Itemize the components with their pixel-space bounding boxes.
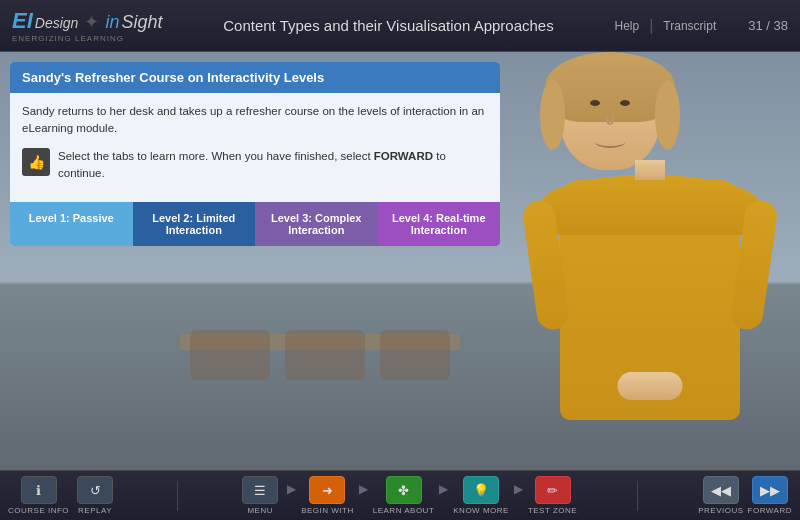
person-body bbox=[560, 180, 740, 420]
learn-about-label: LEARN ABOUT bbox=[373, 506, 435, 515]
previous-icon: ◀◀ bbox=[703, 476, 739, 504]
person-eye-right bbox=[620, 100, 630, 106]
replay-button[interactable]: ↺ REPLAY bbox=[73, 476, 117, 515]
logo-design: Design bbox=[35, 15, 79, 31]
test-zone-button[interactable]: ✏ TEST ZONE bbox=[528, 476, 577, 515]
arrow-sep-2: ▶ bbox=[359, 482, 368, 510]
nav-group-center: ☰ MENU ▶ ➜ BEGIN WITH ▶ ✤ LEARN ABOUT ▶ … bbox=[238, 476, 577, 515]
transcript-link[interactable]: Transcript bbox=[663, 19, 716, 33]
arm-right bbox=[729, 198, 779, 331]
replay-label: REPLAY bbox=[78, 506, 112, 515]
menu-button[interactable]: ☰ MENU bbox=[238, 476, 282, 515]
logo-tagline: ENERGIZING LEARNING bbox=[12, 34, 162, 43]
logo-area: EI Design ✦ in Sight ENERGIZING LEARNING bbox=[12, 8, 162, 43]
bottom-bar: ℹ COURSE INFO ↺ REPLAY ☰ MENU ▶ ➜ BEGIN … bbox=[0, 470, 800, 520]
forward-button[interactable]: ▶▶ FORWARD bbox=[748, 476, 792, 515]
logo-in: in bbox=[105, 12, 119, 33]
tab-level-3[interactable]: Level 3: Complex Interaction bbox=[255, 202, 378, 246]
nav-group-left: ℹ COURSE INFO ↺ REPLAY bbox=[8, 476, 117, 515]
person-hands bbox=[618, 372, 683, 400]
know-more-button[interactable]: 💡 KNOW MORE bbox=[453, 476, 509, 515]
page-count: 31 / 38 bbox=[748, 18, 788, 33]
content-panel: Sandy's Refresher Course on Interactivit… bbox=[10, 62, 500, 246]
arrow-sep-3: ▶ bbox=[439, 482, 448, 510]
separator-2 bbox=[637, 481, 638, 511]
test-zone-label: TEST ZONE bbox=[528, 506, 577, 515]
separator-1 bbox=[177, 481, 178, 511]
menu-label: MENU bbox=[247, 506, 273, 515]
instruction-row: 👍 Select the tabs to learn more. When yo… bbox=[22, 148, 488, 183]
logo-block: EI Design ✦ in Sight ENERGIZING LEARNING bbox=[12, 8, 162, 43]
person-smile bbox=[595, 136, 625, 148]
person-nose bbox=[606, 115, 614, 125]
begin-with-button[interactable]: ➜ BEGIN WITH bbox=[301, 476, 354, 515]
course-info-button[interactable]: ℹ COURSE INFO bbox=[8, 476, 69, 515]
forward-label: FORWARD bbox=[748, 506, 792, 515]
tab-level-1[interactable]: Level 1: Passive bbox=[10, 202, 133, 246]
level-tabs: Level 1: Passive Level 2: Limited Intera… bbox=[10, 202, 500, 246]
help-link[interactable]: Help bbox=[614, 19, 639, 33]
arrow-sep-1: ▶ bbox=[287, 482, 296, 510]
person-figure bbox=[520, 60, 780, 430]
test-zone-icon: ✏ bbox=[535, 476, 571, 504]
know-more-label: KNOW MORE bbox=[453, 506, 509, 515]
top-bar: EI Design ✦ in Sight ENERGIZING LEARNING… bbox=[0, 0, 800, 52]
page-title: Content Types and their Visualisation Ap… bbox=[162, 17, 614, 34]
thumb-icon: 👍 bbox=[22, 148, 50, 176]
logo-divider: ✦ bbox=[84, 11, 99, 33]
begin-with-label: BEGIN WITH bbox=[301, 506, 354, 515]
tab-level-2[interactable]: Level 2: Limited Interaction bbox=[133, 202, 256, 246]
menu-icon: ☰ bbox=[242, 476, 278, 504]
nav-group-right: ◀◀ PREVIOUS ▶▶ FORWARD bbox=[698, 476, 792, 515]
course-info-label: COURSE INFO bbox=[8, 506, 69, 515]
tab-level-4[interactable]: Level 4: Real-time Interaction bbox=[378, 202, 501, 246]
main-content: Sandy's Refresher Course on Interactivit… bbox=[0, 52, 800, 470]
previous-button[interactable]: ◀◀ PREVIOUS bbox=[698, 476, 743, 515]
logo-sight: Sight bbox=[121, 12, 162, 33]
person-eyes bbox=[590, 100, 630, 106]
know-more-icon: 💡 bbox=[463, 476, 499, 504]
instruction-text: Select the tabs to learn more. When you … bbox=[58, 148, 488, 183]
arrow-sep-4: ▶ bbox=[514, 482, 523, 510]
arm-left bbox=[521, 198, 571, 331]
info-icon: ℹ bbox=[21, 476, 57, 504]
person-neck bbox=[635, 160, 665, 180]
hair-right bbox=[655, 80, 680, 150]
panel-description: Sandy returns to her desk and takes up a… bbox=[22, 103, 488, 138]
panel-body: Sandy returns to her desk and takes up a… bbox=[10, 93, 500, 202]
top-right-controls: Help | Transcript 31 / 38 bbox=[614, 17, 788, 35]
replay-icon: ↺ bbox=[77, 476, 113, 504]
person-area bbox=[490, 52, 800, 470]
learn-about-button[interactable]: ✤ LEARN ABOUT bbox=[373, 476, 435, 515]
logo-ei: EI bbox=[12, 8, 33, 34]
begin-with-icon: ➜ bbox=[309, 476, 345, 504]
panel-header: Sandy's Refresher Course on Interactivit… bbox=[10, 62, 500, 93]
person-eye-left bbox=[590, 100, 600, 106]
forward-icon: ▶▶ bbox=[752, 476, 788, 504]
previous-label: PREVIOUS bbox=[698, 506, 743, 515]
person-head bbox=[560, 60, 660, 170]
learn-about-icon: ✤ bbox=[386, 476, 422, 504]
